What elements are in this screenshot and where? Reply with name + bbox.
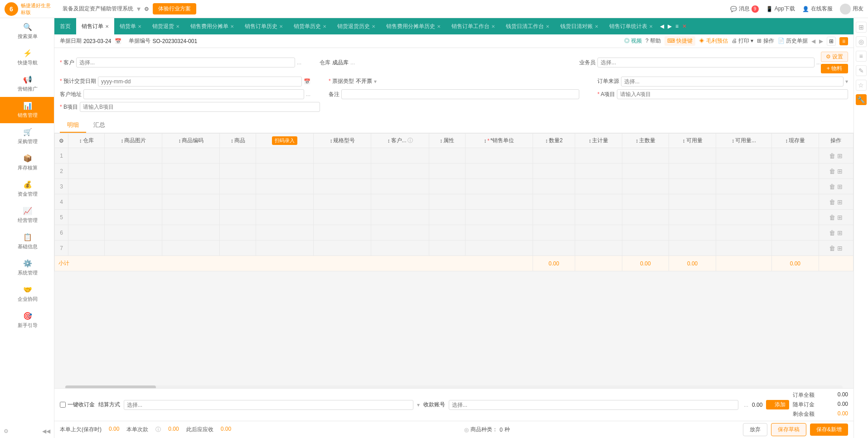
right-tool-5[interactable]: ☆ bbox=[856, 80, 867, 91]
tab-close-all[interactable]: ✕ bbox=[680, 23, 689, 29]
cell-unit-4[interactable] bbox=[465, 194, 533, 210]
cell-avail-1[interactable] bbox=[669, 148, 716, 164]
cell-unit-1[interactable] bbox=[465, 148, 533, 164]
cell-customer-code-2[interactable] bbox=[371, 164, 429, 179]
project-a-input[interactable] bbox=[617, 89, 848, 99]
cell-spec-1[interactable] bbox=[314, 148, 371, 164]
view-video-btn[interactable]: ◎ 视频 bbox=[624, 37, 642, 45]
cell-scan-7[interactable] bbox=[256, 241, 314, 256]
save-new-btn[interactable]: 保存&新增 bbox=[810, 424, 848, 436]
operations-btn[interactable]: ⊞ 操作 bbox=[757, 37, 774, 45]
note-input[interactable] bbox=[341, 89, 579, 99]
nav-next-icon[interactable]: ▶ bbox=[819, 38, 823, 44]
cell-main-qty-4[interactable] bbox=[622, 194, 669, 210]
cell-product-1[interactable] bbox=[220, 148, 256, 164]
cell-qty2-6[interactable] bbox=[533, 225, 575, 241]
history-btn[interactable]: 📄 历史单据 bbox=[778, 37, 808, 45]
card-view-btn[interactable]: ≡ bbox=[839, 37, 848, 45]
cell-unit-3[interactable] bbox=[465, 179, 533, 194]
cell-scan-5[interactable] bbox=[256, 210, 314, 225]
cell-stock-2[interactable] bbox=[772, 164, 819, 179]
cell-product-3[interactable] bbox=[220, 179, 256, 194]
cell-image-3[interactable] bbox=[105, 179, 162, 194]
date-calendar-icon[interactable]: 📅 bbox=[115, 38, 121, 44]
cell-main-unit-4[interactable] bbox=[575, 194, 622, 210]
sidebar-item-collaboration[interactable]: 🤝 企业协同 bbox=[0, 281, 54, 307]
tab-stats[interactable]: 销售订单统计表 ✕ bbox=[604, 18, 658, 34]
cell-attr-5[interactable] bbox=[429, 210, 465, 225]
settings-icon[interactable]: ⚙ bbox=[144, 6, 149, 12]
cell-main-unit-7[interactable] bbox=[575, 241, 622, 256]
cell-image-1[interactable] bbox=[105, 148, 162, 164]
bank-dots-icon[interactable]: ... bbox=[744, 402, 748, 408]
cell-attr-3[interactable] bbox=[429, 179, 465, 194]
tab-nav-list[interactable]: ≡ bbox=[674, 23, 680, 29]
deposit-checkbox-label[interactable]: 一键收订金 bbox=[60, 401, 95, 409]
cell-warehouse-4[interactable] bbox=[68, 194, 105, 210]
copy-row-7-icon[interactable]: ⊞ bbox=[837, 245, 843, 252]
tab-reconcile-close[interactable]: ✕ bbox=[595, 24, 598, 29]
delete-row-3-icon[interactable]: 🗑 bbox=[829, 183, 835, 190]
grid-view-btn[interactable]: ⊞ bbox=[827, 37, 836, 46]
cell-avail-6[interactable] bbox=[669, 225, 716, 241]
cell-warehouse-2[interactable] bbox=[68, 164, 105, 179]
copy-row-3-icon[interactable]: ⊞ bbox=[837, 183, 843, 190]
tab-nav-prev[interactable]: ◀ bbox=[658, 23, 666, 29]
cell-warehouse-7[interactable] bbox=[68, 241, 105, 256]
cell-avail-more-1[interactable] bbox=[716, 148, 771, 164]
tab-workbench-close[interactable]: ✕ bbox=[491, 24, 495, 29]
right-tool-3[interactable]: ≡ bbox=[856, 51, 867, 62]
sidebar-item-basic-info[interactable]: 📋 基础信息 bbox=[0, 228, 54, 255]
tab-return[interactable]: 销货退货 ✕ bbox=[147, 18, 185, 34]
cell-attr-7[interactable] bbox=[429, 241, 465, 256]
cell-product-4[interactable] bbox=[220, 194, 256, 210]
tab-sales-order-close[interactable]: ✕ bbox=[105, 24, 109, 29]
sidebar-item-search[interactable]: 🔍 搜索菜单 bbox=[0, 18, 54, 44]
cell-stock-4[interactable] bbox=[772, 194, 819, 210]
cell-unit-6[interactable] bbox=[465, 225, 533, 241]
industry-btn[interactable]: 体验行业方案 bbox=[153, 3, 196, 14]
cell-main-qty-7[interactable] bbox=[622, 241, 669, 256]
cell-main-qty-6[interactable] bbox=[622, 225, 669, 241]
cell-main-unit-6[interactable] bbox=[575, 225, 622, 241]
invoice-dropdown-icon[interactable]: ▾ bbox=[374, 78, 377, 85]
sidebar-item-guide[interactable]: 🎯 新手引导 bbox=[0, 307, 54, 333]
cell-spec-4[interactable] bbox=[314, 194, 371, 210]
cell-product-6[interactable] bbox=[220, 225, 256, 241]
tab-daily-clear[interactable]: 钱货日清工作台 ✕ bbox=[500, 18, 555, 34]
help-btn[interactable]: ? 帮助 bbox=[645, 37, 661, 45]
cell-main-unit-2[interactable] bbox=[575, 164, 622, 179]
cell-avail-more-5[interactable] bbox=[716, 210, 771, 225]
cell-code-6[interactable] bbox=[162, 225, 220, 241]
copy-row-6-icon[interactable]: ⊞ bbox=[837, 229, 843, 236]
cell-qty2-4[interactable] bbox=[533, 194, 575, 210]
cell-scan-6[interactable] bbox=[256, 225, 314, 241]
order-source-input[interactable] bbox=[621, 77, 844, 87]
cell-code-5[interactable] bbox=[162, 210, 220, 225]
tab-invoice-history[interactable]: 销货单历史 ✕ bbox=[288, 18, 332, 34]
cell-main-unit-3[interactable] bbox=[575, 179, 622, 194]
cell-qty2-2[interactable] bbox=[533, 164, 575, 179]
delete-row-7-icon[interactable]: 🗑 bbox=[829, 245, 835, 252]
sidebar-settings-icon[interactable]: ⚙ bbox=[4, 428, 9, 434]
cell-spec-5[interactable] bbox=[314, 210, 371, 225]
cell-code-4[interactable] bbox=[162, 194, 220, 210]
tab-expense-close[interactable]: ✕ bbox=[230, 24, 234, 29]
sidebar-collapse-icon[interactable]: ◀◀ bbox=[42, 428, 50, 434]
sidebar-item-sales[interactable]: 📊 销售管理 bbox=[0, 97, 54, 123]
cell-attr-2[interactable] bbox=[429, 164, 465, 179]
cell-image-5[interactable] bbox=[105, 210, 162, 225]
tab-stats-close[interactable]: ✕ bbox=[649, 24, 653, 29]
cell-avail-2[interactable] bbox=[669, 164, 716, 179]
tab-workbench[interactable]: 销售订单工作台 ✕ bbox=[446, 18, 500, 34]
cell-avail-more-7[interactable] bbox=[716, 241, 771, 256]
tab-order-history-close[interactable]: ✕ bbox=[279, 24, 283, 29]
right-tool-1[interactable]: ⊞ bbox=[856, 22, 867, 33]
delivery-calendar-icon[interactable]: 📅 bbox=[304, 78, 310, 85]
tab-expense[interactable]: 销售费用分摊单 ✕ bbox=[185, 18, 239, 34]
cell-scan-1[interactable] bbox=[256, 148, 314, 164]
tab-expense-history[interactable]: 销售费用分摊单历史 ✕ bbox=[381, 18, 446, 34]
sidebar-item-system[interactable]: ⚙️ 系统管理 bbox=[0, 255, 54, 281]
right-tool-6[interactable]: 🔧 bbox=[856, 94, 867, 105]
delete-row-6-icon[interactable]: 🗑 bbox=[829, 229, 835, 236]
